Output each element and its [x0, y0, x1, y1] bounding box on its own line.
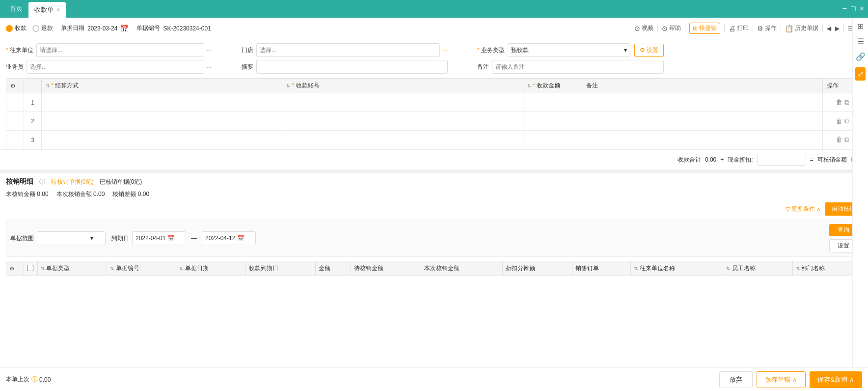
- shop-more-icon[interactable]: ···: [442, 46, 448, 54]
- hexiao-pending-tab[interactable]: 待核销单据(0笔): [51, 178, 94, 186]
- select-all-checkbox[interactable]: [27, 265, 33, 271]
- th-gear2[interactable]: ⚙: [6, 261, 24, 276]
- date-from[interactable]: 2022-04-01 📅: [132, 231, 186, 245]
- range-select[interactable]: ▾: [37, 231, 106, 245]
- delete-icon[interactable]: 🗑: [836, 98, 842, 107]
- business-type-select[interactable]: 预收款 ▾: [508, 43, 630, 57]
- row-account[interactable]: [282, 93, 523, 112]
- abandon-btn[interactable]: 放弃: [719, 371, 753, 388]
- partner-more-icon[interactable]: ···: [206, 46, 212, 54]
- radio-tuikuan[interactable]: 退款: [32, 24, 53, 32]
- row-settlement[interactable]: [42, 112, 282, 131]
- divider4: [753, 25, 753, 32]
- amount-input[interactable]: [523, 112, 582, 130]
- print-btn[interactable]: 🖨 打印: [729, 24, 749, 32]
- sort-partner[interactable]: ⇅: [634, 266, 638, 271]
- chevron-down-icon: ▾: [624, 47, 627, 54]
- items-table: ⚙ ⇅ * 结算方式 ⇅ * 收款账号 ⇅ * 收款: [6, 78, 862, 149]
- tab-active-label: 收款单: [34, 5, 54, 14]
- row-account[interactable]: [282, 112, 523, 131]
- prev-page-btn[interactable]: ◀: [827, 25, 831, 32]
- hexiao-info-icon[interactable]: ⓘ: [39, 178, 45, 186]
- settlement-input[interactable]: [42, 93, 282, 112]
- row-remark[interactable]: [582, 93, 822, 112]
- sidebar-list-icon[interactable]: ☰: [857, 37, 864, 46]
- delete-icon[interactable]: 🗑: [836, 136, 842, 144]
- history-btn[interactable]: 📋 历史单据: [785, 24, 818, 32]
- amount-input[interactable]: [523, 93, 582, 112]
- sidebar-link-icon[interactable]: 🔗: [856, 52, 866, 61]
- amount-input[interactable]: [523, 131, 582, 149]
- settings-button[interactable]: ⚙ 设置: [634, 44, 664, 57]
- save-new-btn[interactable]: 保存&新增 ∧: [810, 371, 862, 388]
- summary-input[interactable]: [256, 60, 448, 74]
- row-remark[interactable]: [582, 112, 822, 131]
- copy-icon[interactable]: ⧉: [844, 136, 849, 144]
- row-remark[interactable]: [582, 131, 822, 149]
- discount-input[interactable]: [757, 154, 806, 166]
- remark-input2[interactable]: [582, 131, 822, 149]
- sort-icon[interactable]: ⇅: [46, 83, 50, 88]
- this-stat: 本次核销金额 0.00: [56, 190, 105, 198]
- row-account[interactable]: [282, 131, 523, 149]
- hexiao-title: 核销明细: [6, 177, 33, 186]
- hexiao-done-tab[interactable]: 已核销单据(0笔): [100, 178, 142, 186]
- copy-icon[interactable]: ⧉: [844, 117, 849, 125]
- remark-input2[interactable]: [582, 93, 822, 112]
- row-settlement[interactable]: [42, 93, 282, 112]
- history-label: 历史单据: [795, 24, 818, 32]
- sort-icon2[interactable]: ⇅: [286, 83, 290, 88]
- save-draft-btn[interactable]: 保存草稿 ∧: [757, 371, 806, 388]
- th-checkbox[interactable]: [24, 261, 38, 276]
- remark-input[interactable]: [492, 60, 664, 74]
- next-page-btn[interactable]: ▶: [835, 25, 840, 32]
- row-settlement[interactable]: [42, 131, 282, 149]
- row-amount[interactable]: [523, 93, 582, 112]
- info-icon[interactable]: ⓘ: [31, 375, 37, 384]
- shortcut-btn[interactable]: ⊞ 快捷键: [689, 23, 720, 34]
- copy-icon[interactable]: ⧉: [844, 98, 849, 107]
- divider1: [657, 25, 658, 32]
- sort-date[interactable]: ⇅: [179, 266, 183, 271]
- staff-more-icon[interactable]: ···: [206, 63, 212, 71]
- staff-input[interactable]: [27, 60, 204, 74]
- tab-close-icon[interactable]: ×: [56, 6, 60, 13]
- sidebar-expand-icon[interactable]: ⤢: [855, 67, 866, 81]
- video-btn[interactable]: ⊙ 视频: [634, 24, 653, 32]
- partner-input[interactable]: [36, 43, 204, 57]
- tab-active[interactable]: 收款单 ×: [28, 2, 66, 18]
- sort-icon3[interactable]: ⇅: [527, 83, 531, 88]
- maximize-icon[interactable]: □: [851, 4, 856, 13]
- sort-dept[interactable]: ⇅: [796, 266, 800, 271]
- settlement-input[interactable]: [42, 131, 282, 149]
- shop-input[interactable]: [256, 43, 440, 57]
- delete-icon[interactable]: 🗑: [836, 117, 842, 125]
- remark-input2[interactable]: [582, 112, 822, 130]
- help-btn[interactable]: ⊙ 帮助: [662, 24, 681, 32]
- account-input[interactable]: [282, 131, 522, 149]
- settlement-input[interactable]: [42, 112, 282, 130]
- radio-shoukuan[interactable]: 收款: [6, 24, 27, 32]
- tab-home[interactable]: 首页: [4, 0, 28, 18]
- staff-label: 业务员: [6, 63, 24, 71]
- sort-number[interactable]: ⇅: [110, 266, 114, 271]
- account-input[interactable]: [282, 112, 522, 130]
- window-close-icon[interactable]: ×: [860, 4, 864, 13]
- date-to[interactable]: 2022-04-12 📅: [202, 231, 256, 245]
- sort-staff[interactable]: ⇅: [726, 266, 730, 271]
- account-input[interactable]: [282, 93, 522, 112]
- sidebar-table-icon[interactable]: ⊞: [857, 22, 864, 31]
- row-gear: [6, 131, 24, 149]
- row-amount[interactable]: [523, 112, 582, 131]
- minimize-icon[interactable]: −: [842, 4, 847, 13]
- more-conditions-btn[interactable]: ▽ 更多条件 ∧: [786, 205, 821, 213]
- th-gear[interactable]: ⚙: [6, 79, 24, 93]
- bottom-info-label: 本单上次: [6, 375, 29, 384]
- th-staff-name: ⇅ 员工名称: [723, 261, 792, 276]
- row-amount[interactable]: [523, 131, 582, 149]
- sort-type[interactable]: ⇅: [41, 266, 45, 271]
- operation-btn[interactable]: ⚙ 操作: [757, 24, 777, 32]
- calendar-icon[interactable]: 📅: [120, 25, 129, 32]
- chevron-up-icon2: ∧: [792, 376, 797, 383]
- th-partner-name: ⇅ 往来单位名称: [631, 261, 723, 276]
